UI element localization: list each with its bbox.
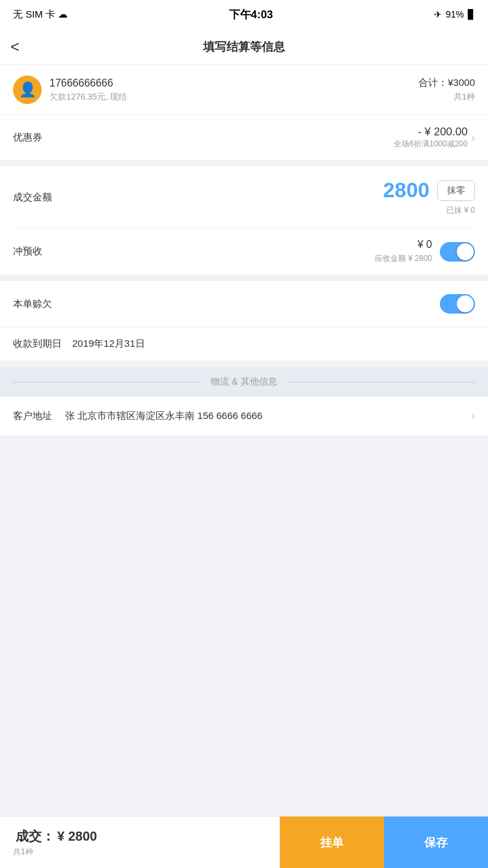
total-count: 共1种 <box>418 91 475 103</box>
gray-area <box>0 442 488 520</box>
due-label: 收款到期日 <box>13 338 62 350</box>
deal-section: 成交金额 2800 抹零 已抹 ¥ 0 冲预收 ¥ 0 应收金额 ¥ 2800 <box>0 167 488 275</box>
coupon-discount: - ¥ 200.00 <box>394 126 467 139</box>
due-date: 2019年12月31日 <box>72 338 145 350</box>
prepay-label: 冲预收 <box>13 245 42 258</box>
customer-row: 👤 17666666666 欠款1276.35元, 现结 合计：¥3000 共1… <box>0 65 488 115</box>
address-label: 客户地址 <box>13 410 52 422</box>
deal-row: 成交金额 2800 抹零 已抹 ¥ 0 <box>13 167 475 228</box>
divider-line-left <box>13 382 200 383</box>
bottom-count: 共1种 <box>13 847 267 858</box>
deal-prefix: 成交： <box>16 829 55 843</box>
sim-label: 无 SIM 卡 ☁ <box>13 8 68 21</box>
prepay-amount: ¥ 0 <box>375 239 432 251</box>
divider-line-right <box>288 382 475 383</box>
nav-bar: < 填写结算等信息 <box>0 29 488 65</box>
address-row[interactable]: 客户地址 张 北京市市辖区海淀区永丰南 156 6666 6666 › <box>0 397 488 435</box>
status-right: ✈ 91% ▊ <box>434 9 475 20</box>
debt-toggle[interactable] <box>440 294 475 314</box>
status-bar: 无 SIM 卡 ☁ 下午4:03 ✈ 91% ▊ <box>0 0 488 29</box>
coupon-label: 优惠券 <box>13 131 42 144</box>
debt-row: 本单赊欠 <box>0 281 488 327</box>
address-value: 张 北京市市辖区海淀区永丰南 156 6666 6666 <box>65 409 472 424</box>
customer-left: 👤 17666666666 欠款1276.35元, 现结 <box>13 75 127 104</box>
prepay-toggle[interactable] <box>440 242 475 262</box>
location-icon: ✈ <box>434 9 442 20</box>
deal-label: 成交金额 <box>13 191 52 204</box>
debt-section: 本单赊欠 收款到期日 2019年12月31日 <box>0 281 488 360</box>
customer-phone: 17666666666 <box>49 77 127 89</box>
battery-label: 91% <box>446 9 464 20</box>
deal-value-group: 2800 抹零 <box>383 178 475 202</box>
prepay-right: ¥ 0 应收金额 ¥ 2800 <box>375 239 475 264</box>
customer-info: 17666666666 欠款1276.35元, 现结 <box>49 77 127 103</box>
round-button[interactable]: 抹零 <box>437 180 475 201</box>
chevron-right-icon: › <box>472 132 475 144</box>
address-section: 客户地址 张 北京市市辖区海淀区永丰南 156 6666 6666 › <box>0 397 488 435</box>
due-row: 收款到期日 2019年12月31日 <box>0 327 488 360</box>
deal-amount: 2800 <box>383 178 429 202</box>
debt-label: 本单赊欠 <box>13 298 52 310</box>
logistics-divider: 物流 & 其他信息 <box>0 367 488 397</box>
deal-sub: 已抹 ¥ 0 <box>383 205 475 216</box>
coupon-desc: 全场6折满1000减200 <box>394 139 467 150</box>
battery-icon: ▊ <box>468 9 475 20</box>
bottom-deal-label: 成交：¥ 2800 <box>13 828 267 845</box>
prepay-row: 冲预收 ¥ 0 应收金额 ¥ 2800 <box>13 228 475 275</box>
customer-debt: 欠款1276.35元, 现结 <box>49 91 127 103</box>
address-chevron-icon: › <box>472 410 475 422</box>
total-amount: 合计：¥3000 <box>418 77 475 89</box>
coupon-right: - ¥ 200.00 全场6折满1000减200 › <box>394 126 475 150</box>
prepay-sub: 应收金额 ¥ 2800 <box>375 253 432 264</box>
page-title: 填写结算等信息 <box>203 39 285 55</box>
logistics-label: 物流 & 其他信息 <box>211 376 277 388</box>
status-left: 无 SIM 卡 ☁ <box>13 8 68 21</box>
save-button[interactable]: 保存 <box>384 817 488 869</box>
pending-button[interactable]: 挂单 <box>280 817 384 869</box>
bottom-bar: 成交：¥ 2800 共1种 挂单 保存 <box>0 816 488 868</box>
coupon-row[interactable]: 优惠券 - ¥ 200.00 全场6折满1000减200 › <box>0 115 488 160</box>
back-button[interactable]: < <box>10 38 20 56</box>
customer-section: 👤 17666666666 欠款1276.35元, 现结 合计：¥3000 共1… <box>0 65 488 160</box>
status-time: 下午4:03 <box>229 7 273 22</box>
customer-right: 合计：¥3000 共1种 <box>418 77 475 103</box>
bottom-summary: 成交：¥ 2800 共1种 <box>0 828 280 858</box>
bottom-deal-amount: ¥ 2800 <box>57 829 97 843</box>
avatar: 👤 <box>13 75 42 104</box>
